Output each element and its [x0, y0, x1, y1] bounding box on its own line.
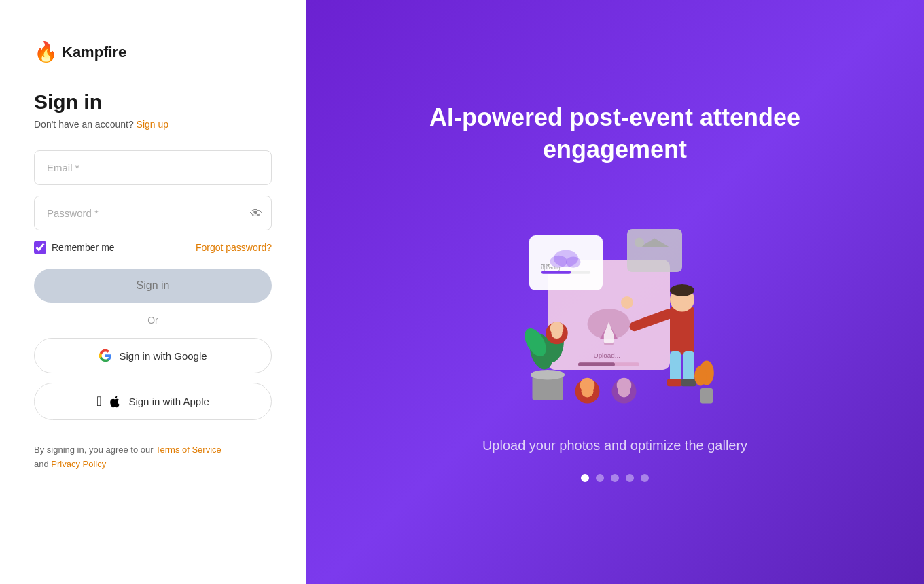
dot-2[interactable] — [596, 474, 604, 482]
form-options: Remember me Forgot password? — [34, 241, 272, 254]
svg-point-30 — [531, 370, 565, 379]
remember-me-checkbox[interactable] — [34, 241, 46, 254]
logo: 🔥 Kampfire — [34, 41, 272, 63]
left-panel: 🔥 Kampfire Sign in Don't have an account… — [0, 0, 306, 584]
svg-text:50%: 50% — [541, 263, 550, 268]
privacy-policy-link[interactable]: Privacy Policy — [51, 459, 106, 469]
google-button-label: Sign in with Google — [119, 350, 207, 362]
email-input[interactable] — [34, 150, 272, 185]
page-title: Sign in — [34, 90, 272, 114]
apple-icon:  — [96, 394, 101, 409]
svg-point-28 — [621, 296, 633, 309]
illustration: Upload... uploading... 50% — [493, 200, 737, 417]
carousel-dots — [581, 474, 649, 482]
svg-point-42 — [694, 366, 707, 385]
email-group — [34, 150, 272, 185]
dot-1[interactable] — [581, 474, 589, 482]
flame-icon: 🔥 — [34, 41, 58, 63]
svg-text:Upload...: Upload... — [594, 351, 621, 359]
logo-text: Kampfire — [62, 44, 126, 61]
svg-point-19 — [635, 237, 644, 247]
password-group: 👁 — [34, 196, 272, 230]
svg-rect-26 — [681, 379, 696, 386]
svg-point-36 — [582, 385, 594, 397]
svg-rect-17 — [627, 229, 682, 272]
signup-link[interactable]: Sign up — [137, 119, 168, 130]
svg-rect-8 — [578, 362, 615, 366]
svg-rect-23 — [670, 351, 681, 382]
toggle-password-icon[interactable]: 👁 — [250, 206, 262, 220]
svg-rect-25 — [667, 379, 683, 386]
google-icon — [99, 349, 112, 362]
svg-point-22 — [670, 284, 694, 296]
right-subtitle: Upload your photos and optimize the gall… — [482, 438, 747, 453]
remember-me-text: Remember me — [52, 242, 115, 253]
svg-rect-24 — [683, 351, 694, 382]
remember-me-label[interactable]: Remember me — [34, 241, 115, 254]
svg-rect-40 — [700, 388, 713, 404]
dot-5[interactable] — [641, 474, 649, 482]
divider: Or — [34, 315, 272, 326]
svg-point-12 — [566, 256, 581, 267]
dot-4[interactable] — [626, 474, 634, 482]
apple-logo-icon — [108, 395, 122, 409]
svg-rect-14 — [541, 271, 571, 274]
forgot-password-link[interactable]: Forgot password? — [196, 242, 272, 253]
password-input[interactable] — [34, 196, 272, 230]
svg-point-45 — [551, 328, 562, 339]
sign-in-button[interactable]: Sign in — [34, 269, 272, 303]
password-input-wrapper: 👁 — [34, 196, 272, 230]
right-title: AI-powered post-event attendee engagemen… — [411, 102, 819, 166]
google-sign-in-button[interactable]: Sign in with Google — [34, 338, 272, 373]
email-input-wrapper — [34, 150, 272, 185]
terms-of-service-link[interactable]: Terms of Service — [156, 445, 221, 455]
dot-3[interactable] — [611, 474, 619, 482]
apple-button-label: Sign in with Apple — [128, 396, 209, 407]
svg-point-39 — [618, 385, 630, 397]
svg-rect-29 — [533, 376, 563, 400]
apple-sign-in-button[interactable]:  Sign in with Apple — [34, 383, 272, 420]
signup-prompt: Don't have an account? Sign up — [34, 119, 272, 130]
svg-rect-5 — [604, 333, 614, 343]
svg-rect-20 — [670, 305, 694, 354]
right-panel: AI-powered post-event attendee engagemen… — [306, 0, 924, 584]
terms-text: By signing in, you agree to our Terms of… — [34, 443, 272, 472]
